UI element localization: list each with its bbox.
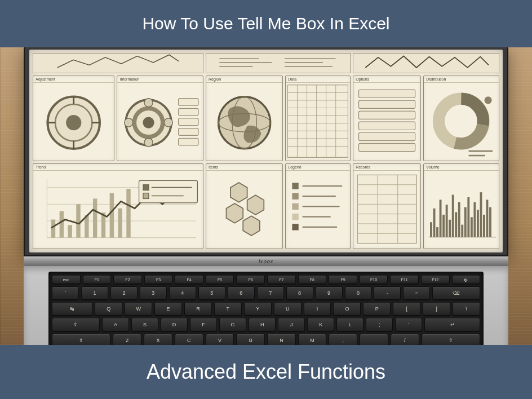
laptop-screen-frame: Adjustment Information [24,47,508,256]
svg-point-15 [143,117,154,128]
panel-line-chart: Trend [33,163,203,249]
svg-rect-21 [179,108,198,116]
key: 4 [169,286,196,300]
key: F11 [390,275,419,284]
panel-title: Trend [33,164,203,171]
svg-point-17 [144,138,153,147]
svg-rect-104 [442,215,445,237]
svg-rect-118 [486,200,489,237]
key: ⏻ [452,275,481,284]
key: M [298,334,327,345]
svg-rect-66 [93,198,97,237]
svg-marker-79 [243,216,260,236]
key: X [144,334,172,345]
panel-list: Options [353,76,421,161]
svg-rect-112 [468,197,470,237]
key: F10 [360,275,388,284]
svg-rect-68 [110,193,114,238]
svg-rect-72 [143,185,149,190]
key: S [131,318,158,331]
key: - [374,286,401,300]
key: ' [395,318,422,331]
key: 1 [81,286,108,300]
svg-rect-90 [357,175,416,243]
key: 3 [140,286,167,300]
panel-dial-1: Adjustment [33,76,114,161]
key: E [154,302,182,316]
laptop-hinge: lxᴏᴏx [24,256,508,266]
key: F1 [83,275,112,284]
svg-rect-114 [474,202,476,237]
key: 0 [345,286,372,300]
key: A [102,318,129,331]
panel-title: Items [206,164,282,171]
key: F12 [421,275,450,284]
key: 7 [257,286,284,300]
svg-rect-100 [430,222,432,237]
keyboard: escF1F2F3F4F5F6F7F8F9F10F11F12⏻`12345678… [48,272,484,345]
key: Z [113,334,141,345]
panel-table: Records [353,163,421,249]
svg-rect-84 [292,203,299,210]
svg-rect-108 [455,212,458,237]
key: H [249,318,276,331]
key: F8 [298,275,327,284]
panel-title: Data [286,76,350,83]
key: \ [453,302,480,316]
key: T [214,302,242,316]
panel-title: Legend [286,164,350,171]
key: Q [95,302,122,316]
key: W [125,302,152,316]
svg-rect-115 [477,210,479,237]
key: N [267,334,296,345]
svg-rect-46 [359,90,415,97]
top-banner: How To Use Tell Me Box In Excel [0,0,532,47]
svg-rect-117 [483,215,485,237]
panel-hex: Items [206,163,283,249]
svg-rect-64 [76,204,80,237]
key: 5 [198,286,225,300]
svg-rect-110 [462,225,464,237]
key: Y [244,302,272,316]
svg-point-16 [144,99,153,107]
key: / [391,334,419,345]
svg-rect-105 [446,205,448,237]
svg-rect-119 [489,207,491,237]
key: ↹ [52,302,92,316]
svg-rect-106 [449,220,451,237]
panel-donut-chart: Distribution [423,76,499,161]
hero-image: Adjustment Information [0,47,532,345]
svg-rect-71 [139,180,198,203]
svg-rect-86 [292,214,299,220]
svg-point-19 [165,118,173,127]
svg-rect-63 [68,225,72,237]
svg-rect-61 [51,220,55,238]
svg-rect-111 [464,207,467,237]
key: ⇪ [52,318,100,331]
header-chart-right [353,53,499,73]
panel-dial-2: Information [117,76,203,161]
key: ⇧ [52,334,110,345]
key: ↵ [424,318,480,331]
svg-rect-107 [452,195,454,237]
key: F7 [267,275,296,284]
key: F4 [175,275,203,284]
svg-rect-109 [458,202,460,237]
key: F [190,318,217,331]
svg-rect-24 [179,138,198,145]
panel-bar-chart: Volume [423,163,499,249]
panel-legend: Legend [285,163,351,249]
bottom-banner: Advanced Excel Functions [0,345,532,399]
svg-point-8 [66,115,81,130]
key: 8 [286,286,313,300]
key: F6 [236,275,265,284]
key: ⇧ [422,334,480,345]
key: L [336,318,363,331]
svg-rect-49 [359,122,415,130]
svg-rect-80 [292,183,299,189]
svg-point-18 [125,118,133,127]
svg-rect-102 [436,227,438,237]
key: 2 [110,286,138,300]
svg-rect-101 [433,209,436,237]
key: . [360,334,388,345]
